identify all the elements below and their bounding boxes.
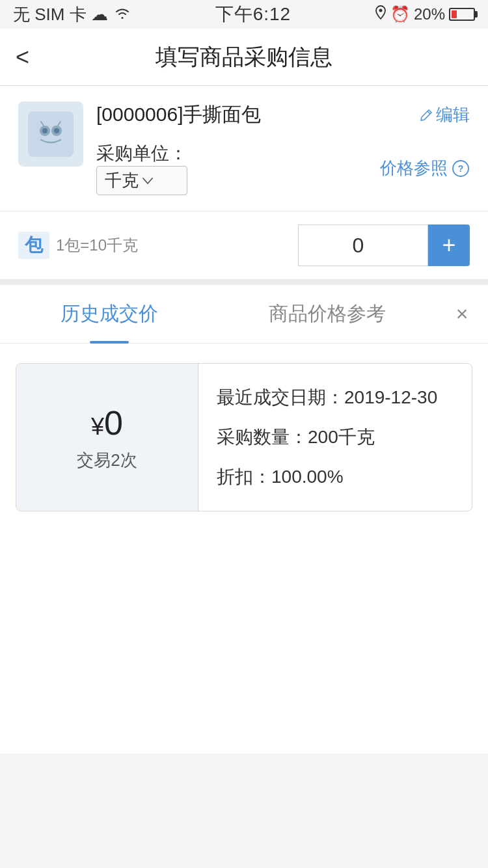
history-detail-section: 最近成交日期：2019-12-30 采购数量：200千克 折扣：100.00% (198, 364, 472, 511)
sim-status: 无 SIM 卡 ☁ (13, 3, 108, 26)
quantity-input-group: + (298, 224, 470, 266)
back-button[interactable]: < (16, 44, 29, 71)
tab-header: 历史成交价 商品价格参考 × (0, 285, 488, 344)
status-bar: 无 SIM 卡 ☁ 下午6:12 ⏰ 20% (0, 0, 488, 29)
svg-rect-1 (28, 111, 74, 157)
nav-bar: < 填写商品采购信息 (0, 29, 488, 86)
history-recent-date-row: 最近成交日期：2019-12-30 (217, 383, 454, 413)
unit-conversion: 1包=10千克 (56, 235, 138, 256)
yen-symbol: ¥ (91, 413, 104, 440)
product-card: [0000006]手撕面包 编辑 采购单位： 千克 (0, 86, 488, 211)
svg-text:?: ? (458, 163, 464, 174)
tab-panel: 历史成交价 商品价格参考 × ¥0 交易2次 最近成交日期：2019-12-30… (0, 284, 488, 753)
product-info: [0000006]手撕面包 编辑 采购单位： 千克 (96, 102, 470, 195)
tab-close-button[interactable]: × (436, 285, 488, 344)
unit-select[interactable]: 千克 (96, 166, 187, 195)
page-title: 填写商品采购信息 (156, 42, 332, 72)
history-discount-row: 折扣：100.00% (217, 463, 454, 492)
quantity-row: 包 1包=10千克 + (0, 211, 488, 284)
svg-point-5 (54, 128, 59, 133)
alarm-icon: ⏰ (390, 5, 410, 23)
tab-product-price-ref[interactable]: 商品价格参考 (218, 285, 436, 344)
wifi-icon (113, 5, 131, 25)
edit-button[interactable]: 编辑 (419, 103, 470, 126)
battery-icon (449, 8, 475, 21)
unit-label: 采购单位： 千克 (96, 141, 187, 195)
product-full-name: [0000006]手撕面包 (96, 102, 261, 128)
unit-badge: 包 (18, 232, 49, 259)
status-left: 无 SIM 卡 ☁ (13, 3, 131, 26)
history-card: ¥0 交易2次 最近成交日期：2019-12-30 采购数量：200千克 折扣：… (16, 363, 472, 511)
status-right: ⏰ 20% (375, 5, 475, 23)
price-ref-link[interactable]: 价格参照 ? (380, 157, 470, 180)
product-thumbnail (18, 102, 83, 167)
history-trade-count: 交易2次 (77, 449, 137, 472)
history-price-section: ¥0 交易2次 (16, 364, 198, 511)
time-display: 下午6:12 (215, 2, 291, 27)
svg-point-0 (379, 9, 382, 12)
history-price-value: ¥0 (91, 403, 123, 442)
battery-percent: 20% (414, 5, 445, 23)
quantity-unit-label: 包 1包=10千克 (18, 232, 138, 259)
tab-content: ¥0 交易2次 最近成交日期：2019-12-30 采购数量：200千克 折扣：… (0, 363, 488, 753)
tab-history-price[interactable]: 历史成交价 (0, 285, 218, 344)
quantity-plus-button[interactable]: + (428, 224, 470, 266)
location-icon (375, 5, 386, 23)
quantity-input[interactable] (298, 224, 428, 266)
history-purchase-qty-row: 采购数量：200千克 (217, 423, 454, 452)
svg-point-4 (42, 128, 47, 133)
